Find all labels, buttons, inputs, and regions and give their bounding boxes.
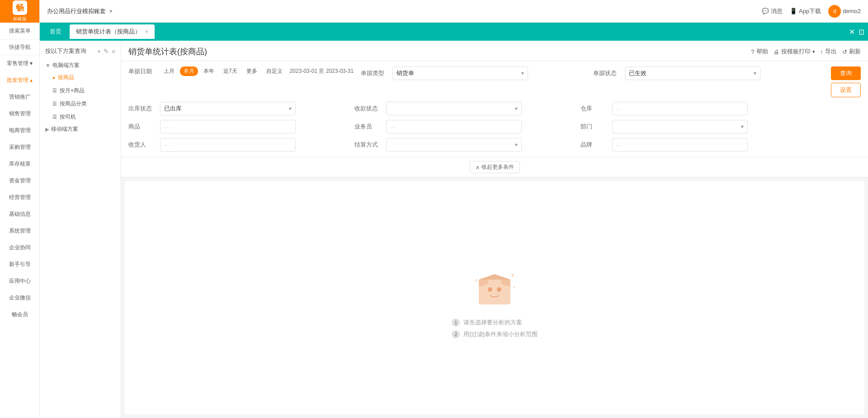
sidebar-item-ecommerce[interactable]: 电商管理 — [0, 122, 39, 139]
tab-close-btn[interactable]: × — [145, 28, 148, 35]
print-btn[interactable]: 🖨 按模板打印 ▾ — [774, 48, 815, 56]
settlement-input[interactable]: ▾ — [386, 138, 522, 152]
collapse-conditions-btn[interactable]: ∧ 收起更多条件 — [470, 161, 520, 173]
out-status-input[interactable]: 已出库 ▾ — [160, 102, 296, 115]
active-tab-label: 销货单统计表（按商品） — [76, 28, 141, 36]
product-dots: ··· — [164, 124, 169, 130]
message-btn[interactable]: 💬 消息 — [762, 7, 783, 15]
message-icon: 💬 — [762, 8, 769, 14]
salesperson-dots: ··· — [390, 124, 395, 130]
by-product-label: 按商品 — [58, 74, 74, 81]
sidebar-item-inventory[interactable]: 库存核算 — [0, 156, 39, 172]
tab-maximize-btn[interactable]: ⊡ — [859, 28, 864, 36]
sidebar-item-basic[interactable]: 基础信息 — [0, 206, 39, 223]
date-tab-this-year[interactable]: 本年 — [200, 66, 218, 76]
department-input[interactable]: ▾ — [612, 120, 748, 133]
search-label[interactable]: 搜索菜单 — [9, 28, 31, 34]
salesperson-label: 业务员 — [354, 123, 386, 131]
sidebar-item-purchase[interactable]: 采购管理 — [0, 139, 39, 156]
tab-sales-report[interactable]: 销货单统计表（按商品） × — [70, 24, 155, 39]
out-status-chevron-icon: ▾ — [289, 105, 292, 112]
empty-state: ✦ ✦ ✦ 1 请先选择要分析的方案 2 用[过滤]条件来缩小分析范围 — [125, 181, 864, 414]
inventory-label: 库存核算 — [0, 160, 39, 168]
out-status-filter: 出库状态 已出库 ▾ — [128, 102, 354, 115]
product-input[interactable]: ··· — [160, 120, 296, 133]
doc-status-value: 已生效 — [629, 69, 646, 77]
tree-item-by-category[interactable]: ☰ 按商品分类 — [40, 97, 121, 110]
industry-dropdown-icon[interactable]: ▾ — [109, 8, 113, 14]
salesperson-input[interactable]: ··· — [386, 120, 522, 133]
sidebar-item-marketing[interactable]: 营销推广 — [0, 89, 39, 105]
doc-type-input[interactable]: 销货单 ▾ — [392, 66, 528, 80]
sidebar-item-sales[interactable]: 销售管理 — [0, 105, 39, 122]
sidebar-search[interactable]: 搜索菜单 — [0, 23, 39, 40]
receipt-status-filter: 收款状态 ▾ — [354, 102, 580, 115]
left-panel-title: 按以下方案查询 — [45, 47, 86, 55]
settings-btn[interactable]: 设置 — [831, 83, 861, 97]
sidebar-item-finance[interactable]: 资金管理 — [0, 172, 39, 189]
sidebar-item-operations[interactable]: 经营管理 — [0, 189, 39, 206]
filter-row-3: 商品 ··· 业务员 ··· 部门 — [128, 120, 861, 133]
user-menu[interactable]: d demo2 — [828, 5, 861, 18]
date-tab-last-month[interactable]: 上月 — [160, 66, 178, 76]
empty-tips: 1 请先选择要分析的方案 2 用[过滤]条件来缩小分析范围 — [452, 318, 537, 338]
sidebar-item-apps[interactable]: 应用中心 — [0, 273, 39, 290]
main-area: 办公用品行业模拟账套 ▾ 💬 消息 📱 App下载 d demo2 首页 — [40, 0, 868, 418]
tip-2-text: 用[过滤]条件来缩小分析范围 — [463, 330, 537, 338]
svg-text:✦: ✦ — [510, 272, 515, 279]
member-label: 畅会员 — [0, 311, 39, 318]
sidebar-item-system[interactable]: 系统管理 — [0, 223, 39, 239]
sidebar-item-wholesale[interactable]: 批发管理 ▴ — [0, 72, 39, 89]
refresh-btn[interactable]: ↺ 刷新 — [842, 48, 861, 56]
sidebar-item-member[interactable]: 畅会员 — [0, 306, 39, 323]
quick-nav-label[interactable]: 快捷导航 — [9, 44, 31, 50]
sidebar-item-enterprise[interactable]: 企业协同 — [0, 239, 39, 256]
add-scheme-btn[interactable]: + — [97, 48, 101, 55]
sidebar-item-retail[interactable]: 零售管理 ▾ — [0, 55, 39, 72]
filter-row-4: 收货人 ··· 结算方式 ▾ 品牌 — [128, 138, 861, 152]
query-btn[interactable]: 查询 — [831, 66, 861, 80]
help-btn[interactable]: ? 帮助 — [751, 48, 768, 56]
edit-scheme-btn[interactable]: ✎ — [104, 48, 109, 55]
tree-mobile-section[interactable]: ▶ 移动端方案 — [40, 124, 121, 135]
print-label: 按模板打印 — [781, 48, 811, 56]
warehouse-input[interactable]: ··· — [612, 102, 748, 115]
sales-label: 销售管理 — [0, 110, 39, 118]
receipt-status-input[interactable]: ▾ — [386, 102, 522, 115]
product-filter: 商品 ··· — [128, 120, 354, 133]
sidebar: 畅 标账版 搜索菜单 快捷导航 零售管理 ▾ 批发管理 ▴ 营销推广 销售管理 … — [0, 0, 40, 418]
app-download-btn[interactable]: 📱 App下载 — [790, 7, 821, 15]
export-label: 导出 — [825, 48, 837, 56]
tree-item-by-product[interactable]: ● 按商品 — [40, 71, 121, 84]
svg-point-1 — [488, 287, 492, 292]
brand-label: 品牌 — [580, 141, 612, 149]
sidebar-item-newbie[interactable]: 新手引导 — [0, 256, 39, 273]
consignee-input[interactable]: ··· — [160, 138, 296, 152]
by-month-icon: ☰ — [52, 88, 57, 94]
doc-status-chevron-icon: ▾ — [754, 70, 756, 76]
date-tab-custom[interactable]: 自定义 — [263, 66, 286, 76]
tree-item-by-month-product[interactable]: ☰ 按月+商品 — [40, 84, 121, 97]
left-panel-header: 按以下方案查询 + ✎ « — [40, 44, 121, 58]
brand-dots: ··· — [616, 142, 621, 148]
app-logo[interactable]: 畅 标账版 — [0, 0, 39, 23]
filter-row-1: 单据日期 上月 本月 本年 近7天 更多 自定义 2023-03-01 至 20… — [128, 66, 861, 97]
sidebar-item-wechat[interactable]: 企业微信 — [0, 290, 39, 306]
print-dropdown-icon[interactable]: ▾ — [812, 49, 815, 55]
collapse-panel-btn[interactable]: « — [112, 48, 115, 55]
sidebar-menu: 零售管理 ▾ 批发管理 ▴ 营销推广 销售管理 电商管理 采购管理 库存核算 资… — [0, 55, 39, 418]
tab-home[interactable]: 首页 — [43, 24, 68, 39]
doc-status-input[interactable]: 已生效 ▾ — [625, 66, 760, 80]
empty-tip-2: 2 用[过滤]条件来缩小分析范围 — [452, 330, 537, 338]
export-btn[interactable]: ↑ 导出 — [821, 48, 837, 56]
date-tab-7days[interactable]: 近7天 — [220, 66, 241, 76]
tree-desktop-title[interactable]: ▼ 电脑端方案 — [40, 60, 121, 71]
topbar-right: 💬 消息 📱 App下载 d demo2 — [762, 5, 861, 18]
tab-close-window-btn[interactable]: ✕ — [849, 28, 855, 36]
quick-nav[interactable]: 快捷导航 — [0, 40, 39, 55]
user-avatar: d — [828, 5, 841, 18]
brand-input[interactable]: ··· — [612, 138, 748, 152]
date-tab-this-month[interactable]: 本月 — [180, 66, 198, 76]
tree-item-by-driver[interactable]: ☰ 按司机 — [40, 110, 121, 124]
date-tab-more[interactable]: 更多 — [243, 66, 261, 76]
